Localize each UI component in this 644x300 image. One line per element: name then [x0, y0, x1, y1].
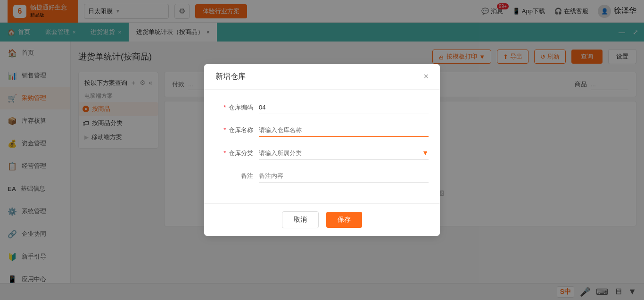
warehouse-category-label: * 仓库分类 — [215, 149, 253, 158]
modal-close-btn[interactable]: × — [423, 72, 429, 82]
warehouse-code-input[interactable] — [259, 101, 429, 114]
warehouse-remark-row: 备注 — [215, 169, 429, 183]
warehouse-name-label: * 仓库名称 — [215, 126, 253, 134]
modal-overlay: 新增仓库 × * 仓库编码 * 仓库名称 — [0, 0, 644, 300]
warehouse-category-input[interactable] — [259, 150, 422, 157]
category-dropdown-icon: ▼ — [422, 149, 429, 157]
modal-header: 新增仓库 × — [204, 64, 440, 90]
warehouse-remark-label: 备注 — [215, 172, 253, 180]
modal-footer: 取消 保存 — [204, 203, 440, 236]
warehouse-code-label: * 仓库编码 — [215, 103, 253, 112]
save-button[interactable]: 保存 — [326, 212, 362, 228]
cancel-button[interactable]: 取消 — [282, 211, 319, 228]
modal-body: * 仓库编码 * 仓库名称 * 仓库分类 — [204, 90, 440, 203]
warehouse-name-row: * 仓库名称 — [215, 124, 429, 137]
warehouse-category-select[interactable]: ▼ — [259, 146, 429, 160]
warehouse-code-row: * 仓库编码 — [215, 101, 429, 114]
warehouse-name-input[interactable] — [259, 124, 429, 137]
warehouse-category-row: * 仓库分类 ▼ — [215, 146, 429, 160]
modal-title: 新增仓库 — [215, 72, 246, 82]
new-warehouse-modal: 新增仓库 × * 仓库编码 * 仓库名称 — [204, 64, 440, 236]
warehouse-remark-input[interactable] — [259, 169, 429, 183]
